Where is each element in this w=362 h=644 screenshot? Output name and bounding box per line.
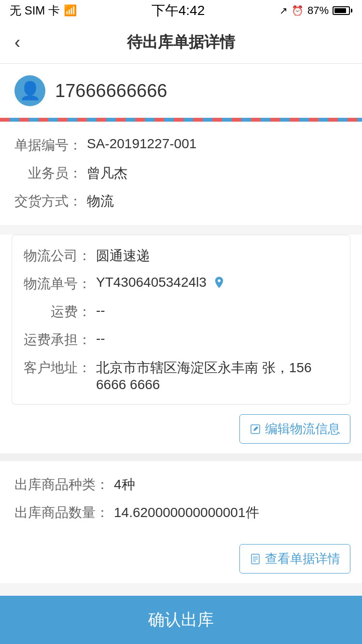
location-status-icon: ↗ [279, 5, 288, 16]
order-no-row: 单据编号： SA-20191227-001 [14, 136, 348, 154]
battery-text: 87% [307, 4, 329, 17]
gray-divider-1 [0, 453, 362, 461]
goods-types-value: 4种 [114, 476, 135, 494]
edit-btn-label: 编辑物流信息 [265, 420, 340, 437]
salesman-label: 业务员： [14, 164, 82, 182]
salesman-value: 曾凡杰 [87, 164, 348, 182]
address-row: 客户地址： 北京市市辖区海淀区永丰南 张，156 6666 6666 [24, 359, 338, 392]
confirm-button[interactable]: 确认出库 [0, 596, 362, 644]
document-icon [250, 553, 261, 565]
freight-bearer-row: 运费承担： -- [24, 331, 338, 349]
goods-types-label: 出库商品种类： [14, 476, 109, 494]
status-time: 下午4:42 [152, 1, 205, 20]
alarm-icon: ⏰ [292, 5, 304, 16]
dashed-divider [0, 118, 362, 122]
customer-header: 👤 17666666666 [0, 64, 362, 118]
customer-phone: 17666666666 [55, 81, 167, 101]
page-title: 待出库单据详情 [127, 32, 235, 53]
order-no-label: 单据编号： [14, 136, 82, 154]
battery-indicator [333, 6, 352, 15]
main-content: 👤 17666666666 单据编号： SA-20191227-001 业务员：… [0, 64, 362, 644]
avatar-icon: 👤 [19, 81, 41, 101]
status-right: ↗ ⏰ 87% [279, 4, 352, 17]
delivery-row: 交货方式： 物流 [14, 192, 348, 210]
logistics-company-label: 物流公司： [24, 247, 91, 265]
carrier-text: 无 SIM 卡 [10, 3, 60, 18]
edit-btn-row: 编辑物流信息 [0, 414, 362, 453]
avatar: 👤 [14, 75, 45, 106]
goods-types-row: 出库商品种类： 4种 [14, 476, 348, 494]
edit-logistics-button[interactable]: 编辑物流信息 [239, 414, 350, 444]
view-detail-label: 查看单据详情 [265, 550, 340, 567]
delivery-label: 交货方式： [14, 192, 82, 210]
location-icon[interactable] [212, 276, 226, 289]
salesman-row: 业务员： 曾凡杰 [14, 164, 348, 182]
logistics-tracking-row: 物流单号： YT43064053424l3 [24, 275, 338, 293]
nav-bar: ‹ 待出库单据详情 [0, 21, 362, 64]
goods-quantity-value: 14.620000000000001件 [114, 504, 259, 522]
confirm-btn-label: 确认出库 [148, 609, 214, 631]
address-label: 客户地址： [24, 359, 91, 377]
delivery-value: 物流 [87, 192, 348, 210]
status-left: 无 SIM 卡 📶 [10, 3, 77, 18]
goods-quantity-label: 出库商品数量： [14, 504, 109, 522]
logistics-company-value: 圆通速递 [96, 247, 338, 265]
goods-quantity-row: 出库商品数量： 14.620000000000001件 [14, 504, 348, 522]
freight-row: 运费： -- [24, 303, 338, 321]
logistics-section: 物流公司： 圆通速递 物流单号： YT43064053424l3 运费： -- … [12, 235, 350, 405]
goods-section: 出库商品种类： 4种 出库商品数量： 14.620000000000001件 [0, 461, 362, 536]
logistics-company-row: 物流公司： 圆通速递 [24, 247, 338, 265]
logistics-tracking-label: 物流单号： [24, 275, 91, 293]
view-detail-button[interactable]: 查看单据详情 [239, 544, 350, 574]
back-button[interactable]: ‹ [10, 28, 25, 57]
freight-bearer-label: 运费承担： [24, 331, 91, 349]
order-info-section: 单据编号： SA-20191227-001 业务员： 曾凡杰 交货方式： 物流 [0, 122, 362, 225]
status-bar: 无 SIM 卡 📶 下午4:42 ↗ ⏰ 87% [0, 0, 362, 21]
address-value: 北京市市辖区海淀区永丰南 张，156 6666 6666 [96, 359, 338, 392]
freight-value: -- [96, 303, 338, 318]
logistics-tracking-value: YT43064053424l3 [96, 275, 338, 290]
edit-icon [250, 423, 261, 435]
wifi-icon: 📶 [64, 4, 77, 17]
order-no-value: SA-20191227-001 [87, 136, 348, 152]
freight-bearer-value: -- [96, 331, 338, 346]
freight-label: 运费： [24, 303, 91, 321]
view-detail-row: 查看单据详情 [0, 544, 362, 583]
